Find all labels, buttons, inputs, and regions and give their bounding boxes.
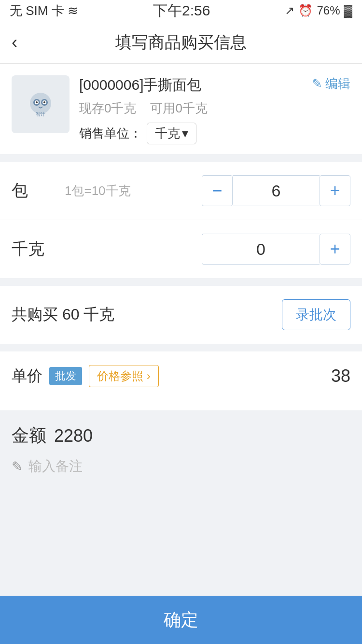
- unit-select[interactable]: 千克 ▾: [147, 123, 196, 144]
- price-type-tag: 批发: [49, 367, 82, 385]
- battery-icon: ▓: [344, 4, 353, 17]
- summary-section: 共购买 60 千克 录批次: [0, 286, 362, 344]
- kg-input[interactable]: [202, 234, 320, 265]
- status-bar: 无 SIM 卡 ≋ 下午2:56 ↗ ⏰ 76% ▓: [0, 0, 362, 21]
- confirm-button[interactable]: 确定: [0, 596, 362, 644]
- product-info: [0000006]手撕面包 ✎ 编辑 现存0千克 可用0千克 销售单位： 千克 …: [79, 75, 350, 144]
- battery-level: 76%: [317, 4, 340, 17]
- package-plus-button[interactable]: +: [320, 175, 350, 206]
- package-sublabel: 1包=10千克: [65, 182, 202, 199]
- svg-text:智计: 智计: [36, 112, 45, 117]
- amount-label: 金额: [12, 424, 46, 448]
- price-section: 单价 批发 价格参照 › 38: [0, 351, 362, 410]
- package-row: 包 1包=10千克 − +: [0, 162, 362, 220]
- price-value: 38: [331, 366, 350, 386]
- kg-label: 千克: [12, 238, 60, 260]
- status-carrier: 无 SIM 卡 ≋: [10, 2, 78, 19]
- edit-icon: ✎: [312, 76, 322, 91]
- location-icon: ↗: [285, 4, 294, 17]
- product-image: 智计: [12, 75, 70, 133]
- kg-controls: +: [202, 234, 350, 265]
- product-stock: 现存0千克 可用0千克: [79, 100, 350, 117]
- note-row[interactable]: ✎ 输入备注: [12, 457, 350, 476]
- price-row: 单价 批发 价格参照 › 38: [12, 365, 350, 387]
- package-minus-button[interactable]: −: [202, 175, 233, 206]
- quantity-section: 包 1包=10千克 − + 千克 +: [0, 162, 362, 278]
- pencil-icon: ✎: [12, 459, 23, 475]
- edit-button[interactable]: ✎ 编辑: [312, 75, 350, 92]
- svg-point-6: [43, 101, 45, 103]
- alarm-icon: ⏰: [298, 4, 313, 17]
- product-section: 智计 [0000006]手撕面包 ✎ 编辑 现存0千克 可用0千克 销售单位： …: [0, 64, 362, 154]
- page-title: 填写商品购买信息: [115, 31, 247, 54]
- back-button[interactable]: ‹: [12, 32, 17, 53]
- kg-row: 千克 +: [0, 220, 362, 278]
- svg-point-0: [30, 93, 51, 114]
- product-unit-row: 销售单位： 千克 ▾: [79, 123, 350, 144]
- status-right: ↗ ⏰ 76% ▓: [285, 4, 352, 17]
- svg-point-5: [36, 101, 38, 103]
- kg-plus-button[interactable]: +: [320, 234, 350, 265]
- package-input[interactable]: [233, 175, 320, 206]
- note-placeholder: 输入备注: [28, 457, 83, 476]
- summary-text: 共购买 60 千克: [12, 304, 114, 325]
- amount-value: 2280: [54, 426, 93, 446]
- package-label: 包: [12, 180, 60, 202]
- product-name: [0000006]手撕面包: [79, 75, 201, 95]
- package-controls: − +: [202, 175, 350, 206]
- dropdown-icon: ▾: [182, 126, 188, 141]
- nav-bar: ‹ 填写商品购买信息: [0, 21, 362, 64]
- product-logo-icon: 智计: [26, 90, 55, 119]
- status-time: 下午2:56: [153, 1, 210, 21]
- amount-section: 金额 2280 ✎ 输入备注: [0, 410, 362, 555]
- price-label: 单价: [12, 365, 42, 387]
- amount-row: 金额 2280: [12, 424, 350, 448]
- batch-button[interactable]: 录批次: [282, 299, 350, 330]
- price-reference-button[interactable]: 价格参照 ›: [89, 365, 159, 387]
